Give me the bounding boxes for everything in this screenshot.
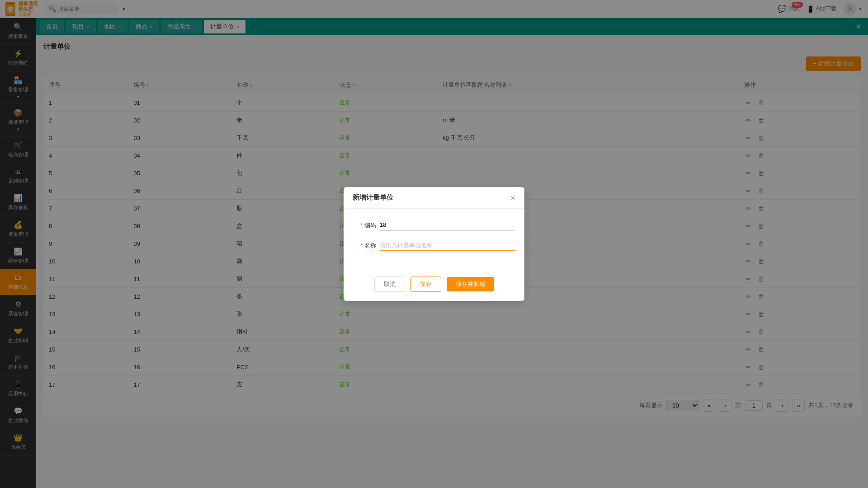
form-row-name: 名称 xyxy=(353,240,515,251)
code-input[interactable] xyxy=(380,220,515,231)
name-label: 名称 xyxy=(353,242,380,250)
add-unit-modal: 新增计量单位 × 编码 名称 取消 保存 保存并新增 xyxy=(344,187,524,301)
save-and-new-button[interactable]: 保存并新增 xyxy=(447,277,494,291)
modal-close-btn[interactable]: × xyxy=(510,194,515,202)
save-button[interactable]: 保存 xyxy=(410,277,441,292)
modal-overlay: 新增计量单位 × 编码 名称 取消 保存 保存并新增 xyxy=(0,0,868,488)
form-row-code: 编码 xyxy=(353,220,515,231)
modal-header: 新增计量单位 × xyxy=(344,187,524,209)
name-input[interactable] xyxy=(380,240,515,251)
modal-body: 编码 名称 xyxy=(344,209,524,271)
modal-title: 新增计量单位 xyxy=(353,193,393,202)
modal-footer: 取消 保存 保存并新增 xyxy=(344,271,524,301)
cancel-button[interactable]: 取消 xyxy=(374,277,405,292)
code-label: 编码 xyxy=(353,221,380,230)
